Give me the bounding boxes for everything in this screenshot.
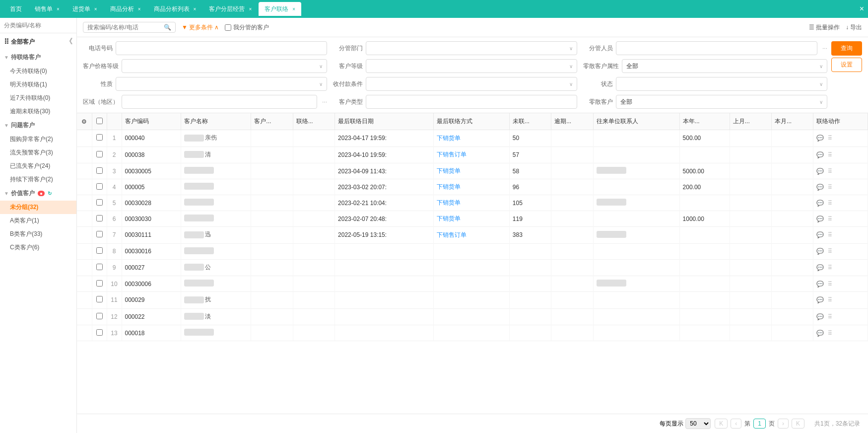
sidebar-section-value[interactable]: ▼ 价值客户 ● ↻	[0, 186, 76, 201]
sidebar-item-tomorrow[interactable]: 明天待联络(1)	[0, 78, 76, 91]
current-page[interactable]: 1	[753, 419, 766, 429]
sidebar-search-input[interactable]	[4, 22, 77, 29]
sidebar-item-no-group[interactable]: 未分组(32)	[0, 201, 76, 214]
contact-phone-icon[interactable]: 💬	[816, 135, 824, 142]
sidebar-item-purchase-abnormal[interactable]: 囤购异常客户(2)	[0, 133, 76, 146]
tab-sales[interactable]: 销售单 ×	[29, 2, 66, 16]
more-action-icon[interactable]: ⠿	[828, 135, 832, 142]
more-action-icon[interactable]: ⠿	[828, 281, 832, 288]
contact-phone-icon[interactable]: 💬	[816, 330, 824, 337]
row-checkbox[interactable]	[96, 215, 103, 221]
per-page-select[interactable]: 50 100 200	[685, 418, 711, 429]
more-action-icon[interactable]: ⠿	[828, 296, 832, 303]
select-all-checkbox[interactable]	[96, 118, 103, 124]
row-checkbox[interactable]	[96, 199, 103, 206]
sidebar-item-lost-risk[interactable]: 流失预警客户(3)	[0, 146, 76, 159]
sidebar-item-overdue[interactable]: 逾期未联络(30)	[0, 105, 76, 118]
filter-scattered-attr-select[interactable]: 全部 ∨	[622, 59, 827, 73]
contact-phone-icon[interactable]: 💬	[816, 248, 824, 255]
sidebar-item-7days[interactable]: 近7天待联络(0)	[0, 91, 76, 105]
more-action-icon[interactable]: ⠿	[828, 200, 832, 207]
last-method-link[interactable]: 下销货单	[437, 199, 461, 206]
tab-customer-segment[interactable]: 客户分层经营 ×	[203, 2, 258, 16]
filter-person-select[interactable]	[616, 41, 817, 55]
last-method-link[interactable]: 下销售订单	[437, 231, 467, 238]
contact-phone-icon[interactable]: 💬	[816, 313, 824, 320]
batch-operation-button[interactable]: ☰ 批量操作	[809, 23, 840, 32]
contact-phone-icon[interactable]: 💬	[816, 184, 824, 191]
last-method-link[interactable]: 下销货单	[437, 183, 461, 190]
filter-dept-select[interactable]: ∨	[366, 41, 577, 55]
tab-purchase[interactable]: 进货单 ×	[67, 2, 103, 16]
contact-phone-icon[interactable]: 💬	[816, 151, 824, 158]
sidebar-item-reduce-purchase[interactable]: 持续下滑客户(2)	[0, 173, 76, 186]
row-checkbox[interactable]	[96, 167, 103, 174]
more-action-icon[interactable]: ⠿	[828, 248, 832, 255]
filter-price-level-select[interactable]: ∨	[122, 59, 327, 73]
reset-button[interactable]: 设置	[831, 58, 862, 72]
contact-phone-icon[interactable]: 💬	[816, 264, 824, 271]
close-customer-contact-icon[interactable]: ×	[292, 6, 295, 12]
filter-scattered-select[interactable]: 全部 ∨	[616, 95, 827, 109]
row-checkbox[interactable]	[96, 264, 103, 270]
row-checkbox[interactable]	[96, 329, 103, 336]
close-all-button[interactable]: ×	[860, 4, 864, 13]
last-method-link[interactable]: 下销货单	[437, 167, 461, 174]
row-checkbox[interactable]	[96, 247, 103, 254]
more-action-icon[interactable]: ⠿	[828, 168, 832, 175]
tab-customer-contact[interactable]: 客户联络 ×	[259, 2, 301, 16]
row-checkbox[interactable]	[96, 313, 103, 319]
search-icon[interactable]: 🔍	[164, 24, 171, 31]
value-refresh-icon[interactable]: ↻	[48, 191, 52, 196]
row-checkbox[interactable]	[96, 134, 103, 141]
filter-customer-type-select[interactable]	[366, 95, 577, 109]
more-action-icon[interactable]: ⠿	[828, 313, 832, 320]
prev-page-button[interactable]: ‹	[731, 419, 741, 429]
row-checkbox[interactable]	[96, 231, 103, 237]
first-page-button[interactable]: K	[715, 419, 728, 429]
tab-product-analysis[interactable]: 商品分析 ×	[104, 2, 147, 16]
close-purchase-icon[interactable]: ×	[94, 6, 97, 12]
close-customer-segment-icon[interactable]: ×	[249, 6, 252, 12]
all-customers-header[interactable]: ⠿ 全部客户 《	[0, 33, 76, 50]
filter-region-select[interactable]	[122, 95, 317, 109]
more-conditions-button[interactable]: ▼ 更多条件 ∧	[182, 23, 219, 32]
contact-phone-icon[interactable]: 💬	[816, 231, 824, 238]
row-checkbox[interactable]	[96, 183, 103, 190]
contact-phone-icon[interactable]: 💬	[816, 281, 824, 288]
search-input[interactable]	[87, 24, 162, 31]
last-method-link[interactable]: 下销货单	[437, 215, 461, 222]
last-method-link[interactable]: 下销货单	[437, 135, 461, 142]
export-button[interactable]: ↓ 导出	[846, 23, 862, 32]
row-checkbox[interactable]	[96, 151, 103, 157]
filter-payment-select[interactable]: ∨	[366, 77, 577, 91]
more-action-icon[interactable]: ⠿	[828, 264, 832, 271]
sidebar-item-lost[interactable]: 已流失客户(24)	[0, 159, 76, 173]
filter-region-extra[interactable]: ···	[322, 98, 327, 105]
sidebar-item-group-a[interactable]: A类客户(1)	[0, 214, 76, 227]
contact-phone-icon[interactable]: 💬	[816, 168, 824, 175]
last-method-link[interactable]: 下销售订单	[437, 151, 467, 158]
query-button[interactable]: 查询	[831, 41, 862, 56]
filter-nature-select[interactable]: ∨	[116, 77, 327, 91]
sidebar-item-today[interactable]: 今天待联络(0)	[0, 65, 76, 78]
row-checkbox[interactable]	[96, 280, 103, 287]
tab-home[interactable]: 首页	[4, 2, 28, 16]
more-action-icon[interactable]: ⠿	[828, 216, 832, 222]
close-product-analysis-list-icon[interactable]: ×	[194, 6, 197, 12]
more-action-icon[interactable]: ⠿	[828, 330, 832, 337]
sidebar-item-group-b[interactable]: B类客户(33)	[0, 227, 76, 241]
filter-customer-level-select[interactable]: ∨	[366, 59, 577, 73]
sidebar-item-group-c[interactable]: C类客户(6)	[0, 241, 76, 254]
tab-product-analysis-list[interactable]: 商品分析列表 ×	[148, 2, 202, 16]
more-action-icon[interactable]: ⠿	[828, 231, 832, 238]
more-action-icon[interactable]: ⠿	[828, 184, 832, 191]
contact-phone-icon[interactable]: 💬	[816, 216, 824, 222]
my-customers-checkbox[interactable]	[225, 24, 231, 31]
sidebar-section-pending[interactable]: ▼ 待联络客户	[0, 50, 76, 65]
close-sales-icon[interactable]: ×	[57, 6, 60, 12]
more-action-icon[interactable]: ⠿	[828, 151, 832, 158]
filter-person-extra[interactable]: ···	[822, 45, 827, 52]
contact-phone-icon[interactable]: 💬	[816, 200, 824, 207]
sidebar-collapse-icon[interactable]: 《	[66, 37, 72, 46]
